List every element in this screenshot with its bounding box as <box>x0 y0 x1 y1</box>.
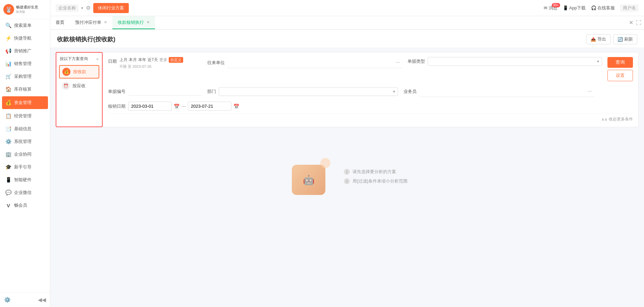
dropdown-icon[interactable]: ▾ <box>81 6 83 10</box>
writeoff-end-input[interactable] <box>188 102 231 111</box>
sidebar-item-inventory[interactable]: 🏠 库存核算 <box>0 83 50 96</box>
sidebar-item-search-menu[interactable]: 🔍 搜索菜单 <box>0 19 50 32</box>
voucher-no-field: 单据编号 <box>108 88 202 96</box>
filter-scheme-panel: 按以下方案查询 « 💰 按收款 ⏰ 按应收 <box>56 52 103 127</box>
sidebar-item-enterprise[interactable]: 🏢 企业协同 <box>0 148 50 161</box>
page-title: 收款核销执行(按收款) <box>57 35 115 43</box>
date-tab-more[interactable]: 更多 <box>159 57 167 63</box>
receivable-option-icon: ⏰ <box>62 82 70 90</box>
sidebar-item-operations[interactable]: 📋 经营管理 <box>0 110 50 122</box>
sidebar-item-member[interactable]: V 畅会员 <box>0 199 50 212</box>
date-tab-this-month[interactable]: 本月 <box>129 57 137 63</box>
main-area: 企业名称 ▾ ⚙ 休闲行业方案 ✉ 消息 99+ 📱 App下载 🎧 在线客服 … <box>50 0 644 307</box>
department-label: 部门 <box>207 89 216 95</box>
header-brand: 企业名称 <box>56 4 78 12</box>
tip-1-text: 请先选择要分析的方案 <box>353 169 396 175</box>
export-button[interactable]: 📤 导出 <box>586 34 610 44</box>
sidebar-item-guide[interactable]: 🎓 新手引导 <box>0 161 50 173</box>
collapse-more-label: 收起更多条件 <box>609 116 633 122</box>
date-label: 日期 <box>108 57 117 64</box>
robot-bubble <box>320 158 330 168</box>
message-button[interactable]: ✉ 消息 99+ <box>544 5 557 11</box>
tip-1-number: 1 <box>344 169 350 175</box>
app-name: 畅捷通好生意 <box>16 5 38 9</box>
guide-icon: 🎓 <box>5 164 11 170</box>
sidebar-item-system[interactable]: ⚙️ 系统管理 <box>0 135 50 148</box>
smart-hw-icon: 📱 <box>5 177 11 183</box>
department-select[interactable]: ▾ <box>219 87 398 96</box>
collapse-more-button[interactable]: ∧∧ 收起更多条件 <box>601 116 633 122</box>
tab-collection-close-icon[interactable]: ✕ <box>147 20 150 24</box>
filter-option-by-receivable[interactable]: ⏰ 按应收 <box>56 79 102 93</box>
voucher-type-field: 单据类型 ▾ <box>408 57 602 66</box>
date-tab-last-month[interactable]: 上月 <box>119 57 127 63</box>
writeoff-end-calendar-icon[interactable]: 📅 <box>233 104 239 109</box>
message-badge: 99+ <box>552 3 560 7</box>
sidebar-item-sales[interactable]: 📊 销售管理 <box>0 57 50 70</box>
counterpart-more-button[interactable]: ··· <box>393 59 402 66</box>
date-tab-custom[interactable]: 自定义 <box>169 57 183 63</box>
query-button[interactable]: 查询 <box>607 57 633 68</box>
tab-expand-icon[interactable]: ⛶ <box>636 20 641 26</box>
voucher-type-chevron: ▾ <box>597 59 599 64</box>
sidebar-item-smart-hw[interactable]: 📱 智能硬件 <box>0 173 50 186</box>
app-download-button[interactable]: 📱 App下载 <box>563 5 586 11</box>
filter-form: 日期 上月 本月 本年 近7天 更多 自定义 不限 至 2023-07-26 <box>103 52 639 127</box>
header-settings-icon[interactable]: ⚙ <box>86 5 91 11</box>
page-header: 收款核销执行(按收款) 📤 导出 🔄 刷新 <box>50 30 644 48</box>
tip-2-number: 2 <box>344 178 350 184</box>
sidebar-item-finance[interactable]: 💰 资金管理 <box>2 96 48 109</box>
voucher-no-input[interactable] <box>128 88 202 96</box>
sidebar-item-label: 基础信息 <box>14 126 32 132</box>
date-field: 日期 上月 本月 本年 近7天 更多 自定义 不限 至 2023-07-26 <box>108 57 202 69</box>
voucher-type-select[interactable]: ▾ <box>428 57 602 66</box>
filter-settings-button[interactable]: 设置 <box>607 70 633 81</box>
message-icon: ✉ <box>544 5 547 10</box>
refresh-button[interactable]: 🔄 刷新 <box>613 34 637 44</box>
writeoff-start-input[interactable] <box>128 102 172 111</box>
empty-tip-2: 2 用[过滤]条件来缩小分析范围 <box>344 178 407 184</box>
sidebar-item-wechat[interactable]: 💬 企业微信 <box>0 186 50 199</box>
solution-button[interactable]: 休闲行业方案 <box>93 3 129 13</box>
inventory-icon: 🏠 <box>5 86 11 92</box>
sidebar-item-purchase[interactable]: 🛒 采购管理 <box>0 70 50 83</box>
tab-prepay[interactable]: 预付冲应付单 ✕ <box>70 16 112 29</box>
sidebar-item-basic-info[interactable]: 📑 基础信息 <box>0 122 50 135</box>
collapse-filter-icon[interactable]: « <box>96 57 99 61</box>
counterpart-label: 往来单位 <box>207 60 225 66</box>
tab-actions: ✕ ⛶ <box>626 16 644 29</box>
staff-more-button[interactable]: ··· <box>586 88 594 95</box>
wechat-icon: 💬 <box>5 190 11 196</box>
sidebar-item-label: 销售管理 <box>14 61 32 67</box>
logo-icon: 🐰 <box>3 4 14 15</box>
robot-body: 🤖 <box>292 165 325 195</box>
sidebar-item-marketing[interactable]: 📢 营销推广 <box>0 45 50 57</box>
filter-option-by-collection[interactable]: 💰 按收款 <box>59 65 99 79</box>
sidebar-item-quick-nav[interactable]: ⚡ 快捷导航 <box>0 32 50 45</box>
sidebar-item-label: 企业协同 <box>14 151 32 157</box>
tab-home[interactable]: 首页 <box>50 16 70 29</box>
writeoff-date-label: 核销日期 <box>108 103 125 109</box>
member-icon: V <box>5 202 11 208</box>
sidebar: 🐰 畅捷通好生意 标准版 🔍 搜索菜单 ⚡ 快捷导航 📢 营销推广 📊 销售管理… <box>0 0 50 307</box>
operations-icon: 📋 <box>5 113 11 119</box>
online-service-button[interactable]: 🎧 在线客服 <box>591 5 615 11</box>
sidebar-item-label: 智能硬件 <box>14 177 32 183</box>
date-tab-7days[interactable]: 近7天 <box>148 57 158 63</box>
sidebar-item-label: 新手引导 <box>14 164 32 170</box>
tab-collection[interactable]: 收款核销执行 ✕ <box>112 16 155 29</box>
settings-bottom-icon[interactable]: ⚙️ <box>3 295 12 304</box>
filter-row-2: 单据编号 部门 ▾ 业务员 <box>108 86 633 97</box>
app-icon: 📱 <box>563 5 568 10</box>
writeoff-date-field: 核销日期 📅 — 📅 <box>108 102 239 111</box>
tab-close-all-icon[interactable]: ✕ <box>629 19 633 26</box>
writeoff-start-calendar-icon[interactable]: 📅 <box>174 104 179 109</box>
sales-icon: 📊 <box>5 61 11 67</box>
header-left: 企业名称 ▾ ⚙ 休闲行业方案 <box>56 3 540 13</box>
date-tab-this-year[interactable]: 本年 <box>138 57 146 63</box>
tab-prepay-close-icon[interactable]: ✕ <box>104 20 107 24</box>
receivable-option-label: 按应收 <box>72 83 86 89</box>
sidebar-item-label: 搜索菜单 <box>14 22 32 29</box>
collapse-sidebar-icon[interactable]: ◀◀ <box>37 295 47 304</box>
department-field: 部门 ▾ <box>207 87 398 96</box>
